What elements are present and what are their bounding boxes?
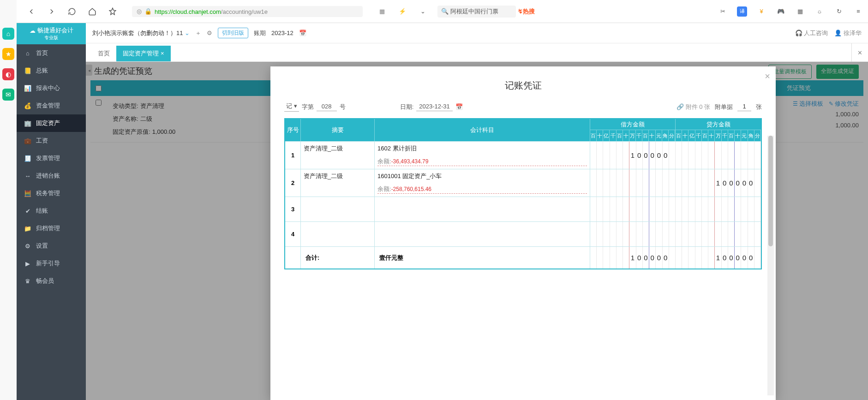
forward-icon[interactable] [45,5,58,18]
search-icon: 🔍 [441,8,449,15]
url-bar[interactable]: ◎ 🔒 https://cloud.chanjet.com/accounting… [132,6,363,17]
menu-icon[interactable]: ≡ [853,6,863,17]
url-text: https://cloud.chanjet.com/accounting/uw1… [155,8,268,15]
grid-icon[interactable]: ▦ [795,6,805,17]
bolt-icon[interactable]: ⚡ [396,5,409,18]
hot-badge[interactable]: ↯热搜 [518,7,535,16]
translate-icon[interactable]: 译 [737,6,747,17]
search-text: 阿根廷中国行门票 [450,7,498,16]
wallet-icon[interactable]: ¥ [756,6,766,17]
chevron-down-icon[interactable]: ⌄ [416,5,429,18]
game-icon[interactable]: 🎮 [776,6,786,17]
star-icon[interactable] [106,5,119,18]
search-box[interactable]: 🔍 阿根廷中国行门票 [437,6,516,18]
os-app-bar: ⌂ ★ ◐ ✉ [0,0,17,23]
history-icon[interactable]: ↻ [834,6,844,17]
scissors-icon[interactable]: ✂ [718,6,728,17]
browser-toolbar: ◎ 🔒 https://cloud.chanjet.com/accounting… [0,0,868,23]
back-icon[interactable] [25,5,38,18]
home-icon[interactable] [86,5,99,18]
lock-icon: 🔒 [144,8,152,15]
sun-icon[interactable]: ☼ [814,6,825,17]
reload-icon[interactable] [66,5,78,18]
qr-icon[interactable]: ▦ [376,5,389,18]
shield-icon: ◎ [137,8,142,15]
